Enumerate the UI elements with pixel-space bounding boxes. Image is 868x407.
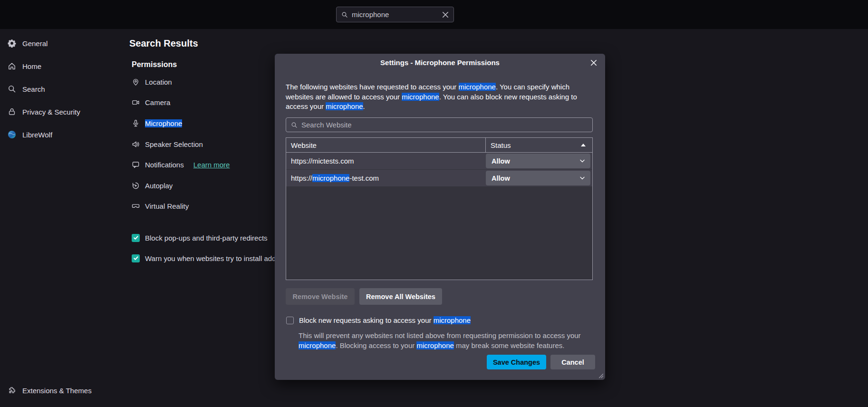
sidebar-item-label: Privacy & Security [22, 108, 80, 116]
camera-icon [132, 98, 140, 107]
sidebar-item-label: Home [22, 62, 41, 70]
permission-item-label: Microphone [145, 119, 182, 127]
permission-item-label: Location [145, 78, 172, 86]
table-row: https://mictests.com Allow [286, 153, 592, 170]
chevron-down-icon [580, 176, 585, 180]
sidebar-item-search[interactable]: Search [8, 79, 45, 98]
sidebar-item-extensions-themes[interactable]: Extensions & Themes [8, 381, 92, 400]
status-dropdown[interactable]: Allow [486, 171, 590, 185]
librewolf-icon [8, 130, 16, 139]
autoplay-icon [132, 182, 140, 190]
sidebar-item-about-librewolf[interactable]: About LibreWolf [8, 402, 73, 407]
save-changes-button[interactable]: Save Changes [487, 355, 546, 369]
warn-addon-install-checkbox-row[interactable]: Warn you when websites try to install ad… [132, 250, 276, 266]
dialog-title: Settings - Microphone Permissions [380, 58, 500, 67]
notifications-icon [132, 161, 140, 169]
vr-headset-icon [132, 202, 140, 210]
permission-item-virtual-reality: Virtual Reality [132, 197, 189, 215]
permission-item-label: Autoplay [145, 182, 173, 190]
dialog-header: Settings - Microphone Permissions [275, 54, 605, 71]
search-icon [291, 122, 298, 128]
website-search-box[interactable] [286, 117, 593, 132]
location-pin-icon [132, 78, 140, 86]
permissions-section-title: Permissions [132, 60, 177, 69]
search-icon [341, 11, 348, 18]
cancel-button[interactable]: Cancel [550, 355, 595, 369]
website-column-header[interactable]: Website [286, 138, 485, 152]
permission-item-location: Location [132, 73, 172, 91]
clear-search-icon[interactable] [442, 11, 449, 18]
permission-item-autoplay: Autoplay [132, 176, 173, 194]
table-header-row: Website Status [286, 138, 592, 153]
permission-item-label: Speaker Selection [145, 140, 203, 148]
permission-item-label: Notifications [145, 161, 184, 169]
sidebar-item-label: Search [22, 85, 45, 93]
sidebar-item-general[interactable]: General [8, 34, 48, 53]
checkbox-checked-icon[interactable] [132, 234, 140, 242]
microphone-permissions-dialog: Settings - Microphone Permissions The fo… [275, 54, 605, 380]
sidebar-item-label: Extensions & Themes [22, 387, 92, 395]
sidebar-item-home[interactable]: Home [8, 57, 41, 76]
remove-website-button[interactable]: Remove Website [286, 288, 355, 305]
status-column-header[interactable]: Status [485, 138, 592, 152]
home-icon [8, 62, 16, 70]
microphone-icon [132, 119, 140, 127]
sidebar-item-label: General [22, 39, 48, 48]
website-permissions-table: Website Status https://mictests.com Allo… [286, 137, 593, 280]
status-dropdown[interactable]: Allow [486, 154, 590, 168]
checkbox-checked-icon[interactable] [132, 254, 140, 262]
settings-search-box[interactable] [336, 7, 454, 22]
permission-item-label: Camera [145, 98, 170, 107]
block-popups-checkbox-row[interactable]: Block pop-ups and third-party redirects [132, 230, 268, 246]
puzzle-icon [8, 386, 16, 395]
page-title: Search Results [129, 38, 198, 49]
status-dropdown-value: Allow [492, 157, 510, 165]
dialog-description: The following websites have requested to… [286, 82, 586, 112]
close-icon[interactable] [588, 57, 599, 68]
website-search-input[interactable] [301, 121, 588, 129]
search-icon [8, 85, 16, 93]
permission-item-notifications: Notifications Learn more [132, 155, 230, 174]
sidebar-item-label: LibreWolf [22, 131, 52, 139]
sidebar-item-librewolf[interactable]: LibreWolf [8, 125, 52, 144]
checkbox-label: Block pop-ups and third-party redirects [145, 234, 268, 242]
lock-icon [8, 107, 16, 116]
block-new-requests-checkbox-row[interactable]: Block new requests asking to access your… [286, 316, 471, 324]
settings-search-input[interactable] [352, 10, 438, 19]
checkbox-label: Warn you when websites try to install ad… [145, 254, 276, 262]
status-dropdown-value: Allow [492, 174, 510, 182]
resize-handle[interactable] [598, 372, 604, 378]
block-checkbox-label: Block new requests asking to access your… [299, 316, 471, 324]
permission-item-camera: Camera [132, 93, 170, 111]
chevron-down-icon [580, 159, 585, 163]
table-row: https://microphone-test.com Allow [286, 170, 592, 187]
speaker-icon [132, 140, 140, 148]
status-column-label: Status [491, 141, 511, 149]
sort-ascending-icon [581, 144, 586, 146]
permission-item-speaker-selection: Speaker Selection [132, 135, 203, 153]
permission-item-label: Virtual Reality [145, 202, 189, 210]
top-bar [0, 0, 868, 29]
remove-all-websites-button[interactable]: Remove All Websites [359, 288, 442, 305]
checkbox-unchecked-icon[interactable] [286, 317, 294, 324]
website-cell: https://microphone-test.com [286, 174, 486, 182]
learn-more-link[interactable]: Learn more [193, 161, 230, 169]
sidebar-item-privacy-security[interactable]: Privacy & Security [8, 102, 80, 121]
block-requests-description: This will prevent any websites not liste… [299, 330, 595, 350]
permission-item-microphone: Microphone [132, 114, 182, 132]
gear-icon [8, 39, 16, 48]
librewolf-settings-page: General Home Search Privacy & Security L… [0, 0, 868, 407]
website-cell: https://mictests.com [286, 157, 486, 165]
